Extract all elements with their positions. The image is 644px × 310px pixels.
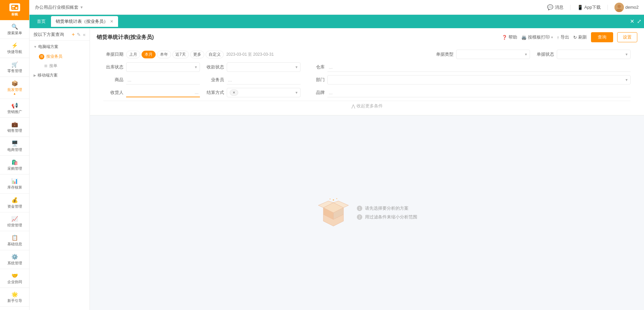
- setting-button[interactable]: 设置: [617, 32, 637, 42]
- tab-maximize-icon[interactable]: ⤢: [637, 19, 641, 24]
- basic-info-icon: 📋: [11, 235, 18, 241]
- date-btn-more[interactable]: 更多: [190, 51, 204, 58]
- receiver-text-input[interactable]: [127, 90, 195, 95]
- help-label: 帮助: [508, 34, 517, 40]
- receiver-input[interactable]: ...: [126, 88, 200, 97]
- export-btn[interactable]: ↑ 导出: [557, 34, 570, 40]
- sidebar-item-system[interactable]: ⚙️ 系统管理: [0, 250, 29, 269]
- date-filter-group: 上月 本月 本年 近7天 更多 自定义 2023-03-01 至 2023-03…: [126, 51, 433, 58]
- sidebar-item-shortcut[interactable]: ⚡ 快捷导航: [0, 39, 29, 58]
- app-download-label: App下载: [584, 4, 601, 10]
- product-input[interactable]: ...: [126, 75, 200, 85]
- settle-method-label: 结算方式: [204, 90, 227, 96]
- sidebar-item-marketing[interactable]: 📢 营销推广: [0, 99, 29, 118]
- collapse-more-btn[interactable]: ⋀ 收起更多条件: [103, 101, 631, 111]
- data-area: 1 请先选择要分析的方案 2 用过滤条件来缩小分析范围: [90, 115, 644, 310]
- chevron-right-icon: ▶: [34, 73, 36, 77]
- out-status-label: 出库状态: [103, 64, 126, 70]
- left-panel-header: 按以下方案查询 + ✎ «: [30, 28, 90, 41]
- divider2: [607, 5, 608, 10]
- date-btn-custom[interactable]: 自定义: [206, 51, 224, 58]
- out-status-select[interactable]: ▾: [126, 62, 200, 72]
- sidebar-item-finance[interactable]: 💰 资金管理: [0, 194, 29, 212]
- sidebar-item-purchase[interactable]: 🛍️ 采购管理: [0, 156, 29, 174]
- breadcrumb-dropdown-icon[interactable]: ▾: [80, 5, 83, 10]
- tab-sales-stat[interactable]: 销货单统计表（按业务员） ✕: [51, 16, 118, 27]
- doc-status-select[interactable]: ▾: [557, 50, 631, 59]
- tab-sales-stat-label: 销货单统计表（按业务员）: [56, 18, 108, 24]
- sidebar-item-appcenter[interactable]: 📱 应用中心: [0, 307, 29, 310]
- date-btn-this-month[interactable]: 本月: [142, 51, 156, 58]
- print-btn[interactable]: 🖨️ 按模板打印 ▾: [521, 34, 553, 40]
- sidebar-item-guide[interactable]: 🌟 新手引导: [0, 288, 29, 307]
- sidebar-item-basic-info[interactable]: 📋 基础信息: [0, 231, 29, 250]
- sidebar-item-ecommerce[interactable]: 🖥️ 电商管理: [0, 137, 29, 156]
- message-icon: 💬: [547, 4, 553, 10]
- date-btn-7days[interactable]: 近7天: [172, 51, 189, 58]
- salesperson-dots: ...: [228, 77, 232, 83]
- sidebar-item-label: 系统管理: [7, 261, 22, 265]
- logo-label: 标账: [11, 12, 18, 17]
- doc-type-dropdown-icon: ▾: [525, 52, 527, 57]
- product-dots: ...: [127, 77, 131, 83]
- date-btn-this-year[interactable]: 本年: [157, 51, 171, 58]
- refresh-btn[interactable]: ↻ 刷新: [573, 34, 587, 40]
- page-header: 销货单统计表(按业务员) ❓ 帮助 🖨️ 按模板打印 ▾: [90, 28, 644, 115]
- receiver-dots: ...: [195, 90, 199, 95]
- department-select[interactable]: ▾: [327, 75, 631, 85]
- left-panel-actions: + ✎ «: [72, 32, 86, 38]
- empty-tip-2-text: 用过滤条件来缩小分析范围: [365, 214, 417, 220]
- sidebar-item-retail[interactable]: 🛒 零售管理: [0, 58, 29, 77]
- add-scheme-btn[interactable]: +: [72, 32, 75, 38]
- sidebar-item-search[interactable]: 🔍 搜索菜单: [0, 20, 29, 39]
- tab-close-all-icon[interactable]: ✕: [630, 19, 634, 24]
- help-btn[interactable]: ❓ 帮助: [502, 34, 517, 40]
- brand-dots: ...: [329, 90, 333, 95]
- tab-home[interactable]: 首页: [32, 16, 50, 27]
- salesperson-input[interactable]: ...: [227, 75, 301, 85]
- sidebar-item-inventory[interactable]: 📊 库存核算: [0, 174, 29, 193]
- sidebar-item-label: 搜索菜单: [7, 31, 22, 35]
- receive-status-label: 收款状态: [204, 64, 227, 70]
- scheme-item-salesperson[interactable]: 按 按业务员: [30, 52, 90, 61]
- sidebar-item-operations[interactable]: 📈 经营管理: [0, 212, 29, 231]
- edit-scheme-btn[interactable]: ✎: [77, 32, 81, 37]
- guide-icon: 🌟: [11, 291, 18, 298]
- message-btn[interactable]: 💬 消息: [547, 4, 564, 10]
- warehouse-input[interactable]: ...: [327, 62, 631, 72]
- tip-num-2: 2: [357, 214, 362, 220]
- app-download-btn[interactable]: 📱 App下载: [577, 4, 601, 10]
- scheme-sub-item-by-order[interactable]: ⊞ 按单: [30, 61, 90, 70]
- scheme-group-desktop-header[interactable]: ▼ 电脑端方案: [30, 42, 90, 52]
- sidebar-item-sales[interactable]: 💼 销售管理: [0, 118, 29, 137]
- sidebar-item-collab[interactable]: 🤝 企业协同: [0, 269, 29, 288]
- collapse-label: 收起更多条件: [357, 103, 383, 109]
- scheme-group-mobile-header[interactable]: ▶ 移动端方案: [30, 70, 90, 80]
- sidebar-item-wholesale[interactable]: 📦 批发管理 ▲: [0, 77, 29, 99]
- settle-method-tag-close[interactable]: ×: [233, 90, 235, 95]
- collapse-panel-btn[interactable]: «: [83, 32, 86, 37]
- brand-label: 品牌: [305, 90, 327, 96]
- sidebar-item-label: 基础信息: [7, 242, 22, 246]
- doc-type-select[interactable]: ▾: [456, 50, 530, 59]
- scheme-group-desktop-label: 电脑端方案: [38, 44, 58, 50]
- divider: [570, 5, 571, 10]
- product-label: 商品: [103, 77, 126, 83]
- receive-status-select[interactable]: ▾: [227, 62, 301, 72]
- print-icon: 🖨️: [521, 35, 527, 40]
- tab-close-icon[interactable]: ✕: [110, 19, 113, 23]
- svg-point-14: [333, 199, 334, 201]
- inventory-icon: 📊: [11, 178, 18, 184]
- refresh-icon: ↻: [573, 35, 577, 40]
- brand-input[interactable]: ...: [327, 88, 631, 97]
- left-panel: 按以下方案查询 + ✎ « ▼ 电脑端方案 按 按业务员 ⊞ 按单: [30, 28, 90, 310]
- query-button[interactable]: 查询: [591, 32, 613, 42]
- sidebar-item-label: 新手引导: [7, 298, 22, 303]
- date-btn-last-month[interactable]: 上月: [126, 51, 140, 58]
- breadcrumb-text: 办公用品行业模拟账套: [35, 4, 78, 10]
- settle-method-select[interactable]: × ▾: [227, 88, 301, 97]
- department-dropdown-icon: ▾: [626, 78, 628, 82]
- avatar: [614, 3, 624, 12]
- user-profile[interactable]: demo2: [614, 3, 639, 12]
- tab-home-label: 首页: [37, 18, 46, 24]
